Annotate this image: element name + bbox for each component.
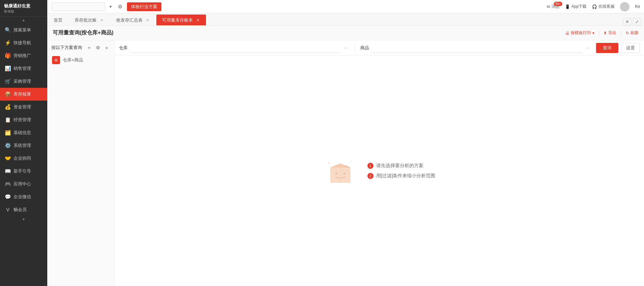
- tabs-bar: 首页库存批次账✕收发存汇总表✕可用量库存账本✕ ✕ ⤢: [47, 14, 644, 26]
- warehouse-input[interactable]: [130, 43, 341, 53]
- filter-settings-btn[interactable]: 设置: [621, 43, 640, 53]
- content-area: 按以下方案查询 + ⚙ « ⊛仓库+商品 仓库 ··· 商品: [47, 41, 644, 286]
- sidebar-item-finance[interactable]: 💰资金管理: [0, 101, 47, 113]
- topbar-app-download[interactable]: 📱 App下载: [565, 4, 587, 9]
- service-icon: 🎧: [592, 4, 597, 9]
- tabs-actions: ✕ ⤢: [623, 18, 644, 25]
- sidebar-label-app-center: 应用中心: [14, 181, 31, 187]
- export-label: 导出: [608, 30, 616, 36]
- tab-batch-ledger[interactable]: 库存批次账✕: [69, 15, 110, 25]
- scheme-settings-btn[interactable]: ⚙: [94, 44, 102, 51]
- tab-label-available-ledger: 可用量库存账本: [162, 17, 193, 23]
- warehouse-filter-field: 仓库 ···: [119, 43, 349, 53]
- sidebar-label-quick-nav: 快捷导航: [14, 40, 31, 46]
- sidebar-item-sales[interactable]: 📊销售管理: [0, 62, 47, 75]
- sep1: |: [598, 30, 600, 36]
- sidebar-label-finance: 资金管理: [14, 104, 31, 110]
- tab-home[interactable]: 首页: [48, 15, 68, 25]
- goods-input[interactable]: [371, 43, 582, 53]
- refresh-btn[interactable]: ↻ 刷新: [626, 30, 639, 36]
- sidebar-icon-member: V: [5, 207, 11, 212]
- add-scheme-btn[interactable]: +: [85, 44, 93, 51]
- goods-label: 商品: [360, 45, 369, 51]
- sidebar-icon-marketing: 🎁: [5, 53, 11, 59]
- sidebar-item-search[interactable]: 🔍搜索菜单: [0, 24, 47, 36]
- sidebar-icon-sales: 📊: [5, 66, 11, 72]
- tab-close-batch-ledger[interactable]: ✕: [99, 18, 104, 23]
- sidebar-item-guide[interactable]: 📖新手引导: [0, 165, 47, 178]
- sidebar-item-inventory[interactable]: 📦库存核算: [0, 88, 47, 101]
- sidebar: 畅康通好生意 标准版 ▲ 🔍搜索菜单⚡快捷导航🎁营销推广📊销售管理🛒采购管理📦库…: [0, 0, 47, 286]
- tab-recv-summary[interactable]: 收发存汇总表✕: [110, 15, 156, 25]
- sidebar-item-app-center[interactable]: 🎮应用中心: [0, 178, 47, 190]
- sidebar-label-member: 畅会员: [14, 207, 27, 213]
- topbar-industry-btn[interactable]: 体验行业方案: [127, 2, 161, 11]
- sidebar-item-basic[interactable]: 🗂️基础信息: [0, 126, 47, 139]
- tip-text-2: 用[过滤]条件来缩小分析范围: [376, 173, 436, 179]
- sidebar-scroll-down[interactable]: ▼: [0, 216, 47, 223]
- sidebar-item-marketing[interactable]: 🎁营销推广: [0, 49, 47, 62]
- logo-title: 畅康通好生意: [4, 3, 43, 9]
- scheme-item-warehouse-goods[interactable]: ⊛仓库+商品: [47, 53, 114, 67]
- topbar-search-input[interactable]: [51, 2, 105, 11]
- sidebar-icon-purchase: 🛒: [5, 78, 11, 84]
- sidebar-icon-guide: 📖: [5, 168, 11, 174]
- print-dropdown-icon[interactable]: ▾: [592, 31, 594, 35]
- sidebar-label-basic: 基础信息: [14, 130, 31, 136]
- sidebar-label-wechat: 企业微信: [14, 194, 31, 200]
- service-label: 在线客服: [598, 4, 615, 9]
- topbar-service[interactable]: 🎧 在线客服: [592, 4, 615, 9]
- left-panel-title: 按以下方案查询: [51, 45, 82, 51]
- sidebar-logo: 畅康通好生意 标准版: [0, 0, 47, 17]
- sidebar-items: 🔍搜索菜单⚡快捷导航🎁营销推广📊销售管理🛒采购管理📦库存核算💰资金管理📋经营管理…: [0, 24, 47, 216]
- topbar-msg[interactable]: ✉ 消息 99+: [547, 4, 560, 9]
- filter-divider: [355, 44, 355, 52]
- sidebar-item-member[interactable]: V畅会员: [0, 203, 47, 216]
- avatar[interactable]: [620, 2, 629, 11]
- sidebar-label-sales: 销售管理: [14, 66, 31, 72]
- scheme-label-warehouse-goods: 仓库+商品: [63, 57, 83, 63]
- tip-num-1: 1: [367, 163, 373, 169]
- main-area: ▾ ⚙ 体验行业方案 ✉ 消息 99+ 📱 App下载 🎧 在线客服 Rit 首…: [47, 0, 644, 286]
- sidebar-icon-search: 🔍: [5, 27, 11, 33]
- sidebar-icon-basic: 🗂️: [5, 130, 11, 136]
- msg-badge: 99+: [554, 2, 562, 6]
- svg-point-5: [335, 173, 337, 175]
- goods-more-btn[interactable]: ···: [584, 45, 591, 50]
- sidebar-icon-finance: 💰: [5, 104, 11, 110]
- sidebar-item-operation[interactable]: 📋经营管理: [0, 113, 47, 126]
- app-icon: 📱: [565, 4, 570, 9]
- page-header-actions: 🖨 按模板打印 ▾ | ⬆ 导出 | ↻ 刷新: [565, 30, 639, 36]
- logo-sub: 标准版: [4, 9, 43, 14]
- sidebar-item-quick-nav[interactable]: ⚡快捷导航: [0, 36, 47, 49]
- tab-close-recv-summary[interactable]: ✕: [145, 18, 150, 23]
- svg-text:✦: ✦: [328, 161, 330, 165]
- sidebar-scroll-up[interactable]: ▲: [0, 17, 47, 24]
- tabs-expand-btn[interactable]: ⤢: [633, 18, 641, 25]
- topbar-gear-btn[interactable]: ⚙: [116, 3, 124, 10]
- tabs-close-btn[interactable]: ✕: [623, 18, 632, 25]
- sidebar-item-wechat[interactable]: 💬企业微信: [0, 190, 47, 203]
- export-btn[interactable]: ⬆ 导出: [603, 30, 616, 36]
- query-btn[interactable]: 查询: [596, 43, 618, 53]
- sidebar-item-system[interactable]: ⚙️系统管理: [0, 139, 47, 152]
- topbar-dropdown-btn[interactable]: ▾: [108, 3, 113, 10]
- sidebar-icon-quick-nav: ⚡: [5, 40, 11, 46]
- empty-tips: 1 请先选择要分析的方案 2 用[过滤]条件来缩小分析范围: [367, 163, 436, 179]
- sidebar-item-purchase[interactable]: 🛒采购管理: [0, 75, 47, 88]
- sidebar-icon-enterprise: 🤝: [5, 155, 11, 161]
- sidebar-icon-app-center: 🎮: [5, 181, 11, 187]
- left-panel-header-actions: + ⚙ «: [85, 44, 110, 51]
- filter-bar: 仓库 ··· 商品 ··· 查询 设置: [115, 41, 644, 55]
- sidebar-item-enterprise[interactable]: 🤝企业协同: [0, 152, 47, 165]
- sidebar-label-marketing: 营销推广: [14, 53, 31, 59]
- tab-available-ledger[interactable]: 可用量库存账本✕: [156, 15, 206, 25]
- print-btn[interactable]: 🖨 按模板打印 ▾: [565, 30, 594, 36]
- collapse-panel-btn[interactable]: «: [103, 44, 110, 51]
- page-title: 可用量查询(按仓库+商品): [53, 29, 113, 36]
- warehouse-more-btn[interactable]: ···: [343, 45, 349, 50]
- left-panel: 按以下方案查询 + ⚙ « ⊛仓库+商品: [47, 41, 115, 286]
- left-panel-header: 按以下方案查询 + ⚙ «: [47, 41, 114, 53]
- msg-icon: ✉: [547, 4, 550, 9]
- tab-close-available-ledger[interactable]: ✕: [196, 18, 200, 23]
